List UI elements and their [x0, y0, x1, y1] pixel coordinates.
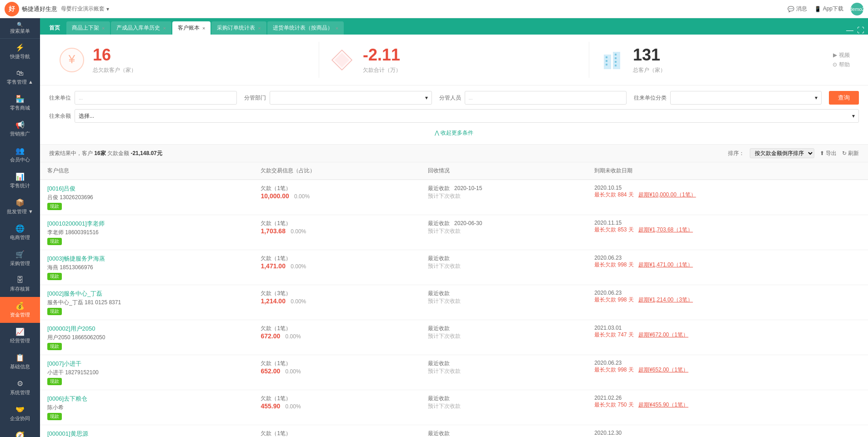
dept-select[interactable]: ▾ — [270, 91, 432, 105]
tab-bar-maximize[interactable]: ⛶ — [857, 26, 864, 35]
refresh-btn[interactable]: ↻ 刷新 — [842, 150, 859, 157]
tab-home[interactable]: 首页 — [44, 21, 65, 35]
td-customer-info-4: [000002]用户2050 用户2050 18665062050 现款 — [40, 320, 253, 355]
sidebar-item-finance[interactable]: 💰 资金管理 — [0, 297, 40, 323]
tab-purchase-order-close[interactable]: × — [258, 25, 261, 31]
debt-amount-2[interactable]: 1,471.00 — [261, 262, 286, 270]
sidebar-item-operation[interactable]: 📈 经营管理 — [0, 323, 40, 349]
tab-production-history[interactable]: 产成品入库单历史 × — [111, 21, 171, 35]
next-label-4: 预计下次收款 — [428, 332, 580, 340]
sidebar-item-retail-mgmt[interactable]: 🛍 零售管理 ▲ — [0, 65, 40, 90]
td-collection-0: 最近收款 2020-10-15 预计下次收款 — [421, 180, 587, 215]
retail-mgmt-icon: 🛍 — [3, 69, 37, 77]
customer-badge-1: 现款 — [47, 238, 62, 245]
balance-select[interactable]: 选择... ▾ — [75, 109, 859, 123]
sidebar-item-purchase[interactable]: 🛒 采购管理 — [0, 246, 40, 271]
customer-name-3[interactable]: [0002]服务中心_丁磊 — [47, 290, 246, 298]
recent-label-3: 最近收款 — [428, 290, 580, 297]
sidebar-item-collab[interactable]: 🤝 企业协同 — [0, 401, 40, 427]
sidebar-item-system[interactable]: ⚙ 系统管理 — [0, 375, 40, 401]
tab-bar-minimize[interactable]: — — [846, 26, 853, 35]
sidebar-item-inventory[interactable]: 🗄 库存核算 — [0, 271, 40, 297]
unit-category-select[interactable]: ▾ — [670, 91, 822, 105]
th-debt-info: 欠款交易信息（占比） — [253, 162, 421, 180]
overdue-link-5[interactable]: 超期¥652.00（1笔） — [638, 367, 688, 373]
customer-name-6[interactable]: [0006]去下粮仓 — [47, 395, 246, 403]
sidebar-item-basic-info[interactable]: 📋 基础信息 — [0, 349, 40, 375]
industry-selector[interactable]: 母婴行业演示账套 ▾ — [61, 5, 109, 13]
app-download-btn[interactable]: 📱 App下载 — [814, 5, 843, 13]
tab-production-history-close[interactable]: × — [163, 25, 166, 31]
debt-amount-0[interactable]: 10,000.00 — [261, 192, 289, 200]
sidebar-item-ecommerce[interactable]: 🌐 电商管理 — [0, 220, 40, 246]
customer-name-0[interactable]: [0016]吕俊 — [47, 185, 246, 193]
export-btn[interactable]: ⬆ 导出 — [820, 150, 837, 157]
tab-bar: 首页 商品上下架 × 产成品入库单历史 × 客户账本 × 采购订单统计表 × — [40, 18, 868, 35]
video-link[interactable]: ▶ 视频 — [833, 51, 850, 59]
balance-label: 往来余额 — [49, 112, 71, 120]
result-summary: 搜索结果中，客户 16家 欠款金额 -21,148.07元 排序： 按欠款金额倒… — [40, 145, 868, 162]
customer-name-5[interactable]: [0007]小进干 — [47, 360, 246, 368]
help-link[interactable]: ⊙ 帮助 — [833, 61, 850, 69]
tab-product-offshelf-close[interactable]: × — [102, 25, 105, 31]
tab-purchase-stat[interactable]: 进货单统计表（按商品） × — [267, 21, 344, 35]
td-debt-info-3: 欠款（3笔） 1,214.00 0.00% — [253, 285, 421, 320]
sidebar-item-batch-mgmt[interactable]: 📦 批发管理 ▼ — [0, 194, 40, 220]
next-label-0: 预计下次收款 — [428, 192, 580, 200]
tab-purchase-stat-close[interactable]: × — [336, 25, 338, 31]
debt-amount-3[interactable]: 1,214.00 — [261, 297, 286, 305]
customer-name-4[interactable]: [000002]用户2050 — [47, 325, 246, 333]
sidebar-item-member[interactable]: 👥 会员中心 — [0, 142, 40, 168]
customer-name-7[interactable]: [000001]黄思源 — [47, 430, 246, 437]
customer-name-2[interactable]: [0003]畅捷服务尹海蒸 — [47, 255, 246, 263]
overdue-link-1[interactable]: 超期¥1,703.68（1笔） — [638, 226, 693, 233]
sidebar-item-guide[interactable]: 🧭 新手引导 — [0, 427, 40, 437]
result-amount-value: -21,148.07元 — [130, 150, 162, 156]
sidebar-item-retail-mall[interactable]: 🏪 零售商城 — [0, 90, 40, 116]
data-table: 客户信息 欠款交易信息（占比） 回收情况 到期未收款日期 [0016]吕俊 吕俊… — [40, 162, 868, 437]
tab-customer-account-close[interactable]: × — [202, 25, 205, 31]
overdue-link-2[interactable]: 超期¥1,471.00（1笔） — [638, 261, 693, 268]
tab-product-offshelf[interactable]: 商品上下架 × — [66, 21, 110, 35]
message-btn[interactable]: 💬 消息 — [788, 5, 807, 13]
overdue-days-3: 最长欠款 998 天 超期¥1,214.00（3笔） — [594, 296, 861, 304]
collapse-row[interactable]: ⋀ 收起更多条件 — [49, 127, 859, 139]
overdue-link-4[interactable]: 超期¥672.00（1笔） — [638, 332, 688, 338]
quick-nav-icon: ⚡ — [3, 43, 37, 52]
avatar[interactable]: demo2 — [851, 3, 863, 15]
chevron-down-icon: ▾ — [106, 6, 109, 12]
person-input[interactable]: ... — [465, 91, 627, 105]
debt-count-2: 欠款（1笔） — [261, 255, 413, 262]
tab-purchase-order[interactable]: 采购订单统计表 × — [211, 21, 266, 35]
debt-amount-1[interactable]: 1,703.68 — [261, 227, 286, 235]
sidebar-item-quick-nav[interactable]: ⚡ 快捷导航 — [0, 39, 40, 65]
td-due-date-2: 2020.06.23 最长欠款 998 天 超期¥1,471.00（1笔） — [587, 250, 868, 285]
sort-select[interactable]: 按欠款金额倒序排序 — [750, 148, 814, 158]
sidebar-item-marketing[interactable]: 📢 营销推广 — [0, 116, 40, 142]
debt-pct-2: 0.00% — [291, 263, 306, 270]
source-unit-input[interactable]: ... — [75, 91, 237, 105]
stat-info-overdue-customers: 16 总欠款客户（家） — [93, 45, 136, 74]
debt-count-4: 欠款（1笔） — [261, 325, 413, 332]
tab-customer-account[interactable]: 客户账本 × — [172, 21, 211, 35]
customer-phone-5: 小进干 18279152100 — [47, 369, 246, 377]
debt-amount-6[interactable]: 455.90 — [261, 402, 280, 410]
tab-production-history-label: 产成品入库单历史 — [116, 24, 160, 32]
overdue-link-3[interactable]: 超期¥1,214.00（3笔） — [638, 296, 693, 303]
sidebar-search[interactable]: 🔍 搜索菜单 — [0, 18, 40, 39]
debt-pct-5: 0.00% — [286, 368, 301, 375]
stat-value-overdue-amount: -2.11 — [363, 45, 401, 65]
sidebar-item-retail-stat[interactable]: 📊 零售统计 — [0, 168, 40, 194]
overdue-link-6[interactable]: 超期¥455.90（1笔） — [638, 402, 688, 408]
customer-name-1[interactable]: [00010200001]李老师 — [47, 220, 246, 228]
debt-amount-4[interactable]: 672.00 — [261, 332, 280, 340]
search-label: 搜索菜单 — [3, 28, 37, 35]
due-date-4: 2021.03.01 — [594, 325, 861, 331]
stats-row: ¥ 16 总欠款客户（家） — [40, 35, 868, 85]
td-customer-info-7: [000001]黄思源 黄思源 13552700226 现款 — [40, 425, 253, 437]
debt-amount-5[interactable]: 652.00 — [261, 367, 280, 375]
overdue-link-0[interactable]: 超期¥10,000.00（1笔） — [638, 191, 696, 198]
query-button[interactable]: 查询 — [829, 91, 859, 105]
customer-badge-2: 现款 — [47, 273, 62, 280]
filter-area: 往来单位 ... 分管部门 ▾ — [40, 85, 868, 145]
